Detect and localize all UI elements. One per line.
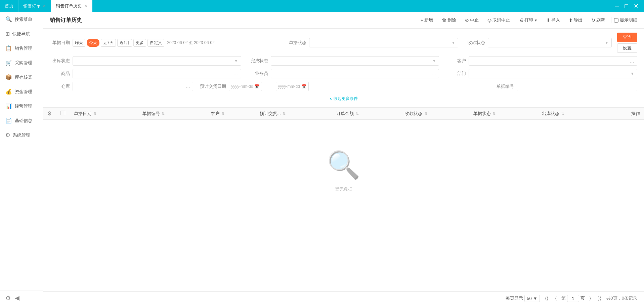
product-ellipsis[interactable]: ... — [233, 71, 238, 77]
prev-page-btn[interactable]: ⟨ — [552, 294, 560, 302]
import-label: 导入 — [551, 17, 560, 23]
minimize-btn[interactable]: ─ — [613, 3, 620, 10]
delivery-status-arrow: ▼ — [234, 59, 238, 63]
sidebar-settings-icon[interactable]: ⚙ — [5, 294, 11, 302]
date-more-btn[interactable]: 更多 — [133, 39, 146, 47]
payment-status-label: 收款状态 — [465, 40, 485, 46]
display-toggle-checkbox[interactable] — [614, 18, 618, 23]
sidebar-bottom: ⚙ ◀ — [0, 291, 43, 305]
export-button[interactable]: ⬆ 导出 — [565, 15, 586, 25]
sidebar-item-quick-nav[interactable]: ⊞ 快捷导航 — [0, 27, 43, 41]
tab-sales-order-history[interactable]: 销售订单历史 ✕ — [51, 0, 92, 12]
sidebar-item-sales[interactable]: 📋 销售管理 — [0, 41, 43, 55]
date-last1m-btn[interactable]: 近1月 — [117, 39, 132, 47]
tab-home[interactable]: 首页 — [0, 0, 18, 12]
date-filter-label: 单据日期 — [50, 40, 70, 46]
payment-status-arrow: ▼ — [605, 40, 609, 45]
th-settings: ⚙ — [43, 108, 56, 120]
salesperson-control[interactable]: ... — [271, 69, 439, 78]
th-amount: 订单金额 ⇅ — [332, 108, 401, 120]
table-settings-icon[interactable]: ⚙ — [47, 111, 52, 116]
date-today-btn[interactable]: 今天 — [87, 39, 99, 47]
th-expected-sort[interactable]: ⇅ — [283, 112, 286, 116]
filter-delivery-status: 出库状态 ▼ — [50, 56, 241, 66]
date-range-display: 2023-06-02 至 2023-06-02 — [167, 40, 214, 46]
date-last7-btn[interactable]: 近7天 — [101, 39, 116, 47]
settings-button[interactable]: 设置 — [617, 43, 637, 53]
expected-date-from[interactable]: yyyy-mm-dd 📅 — [229, 82, 262, 91]
th-customer-sort[interactable]: ⇅ — [221, 112, 224, 116]
sidebar-item-finance[interactable]: 💰 资金管理 — [0, 84, 43, 99]
salesperson-label: 业务员 — [248, 71, 268, 77]
stop-button[interactable]: ⊘ 中止 — [462, 15, 482, 25]
filter-row-4: 仓库 ... 预计交货日期 yyyy-mm-dd 📅 — yyyy-mm-dd … — [50, 82, 637, 91]
product-label: 商品 — [50, 71, 70, 77]
voucher-status-control[interactable]: ▼ — [309, 38, 459, 47]
sidebar-search[interactable]: 🔍 搜索菜单 — [0, 12, 43, 27]
product-control[interactable]: ... — [73, 69, 241, 78]
collapse-row: ∧ 收起更多条件 — [50, 94, 637, 103]
next-page-btn[interactable]: ⟩ — [586, 294, 594, 302]
sidebar-item-operation[interactable]: 📊 经营管理 — [0, 99, 43, 113]
warehouse-control[interactable]: ... — [73, 82, 193, 91]
payment-status-control[interactable]: ▼ — [488, 38, 612, 47]
refresh-label: 刷新 — [596, 17, 605, 23]
expected-date-to[interactable]: yyyy-mm-dd 📅 — [276, 82, 309, 91]
query-button[interactable]: 查询 — [617, 33, 637, 42]
maximize-btn[interactable]: □ — [623, 3, 630, 10]
sidebar-item-purchase[interactable]: 🛒 采购管理 — [0, 55, 43, 70]
department-control[interactable]: ▼ — [469, 69, 637, 78]
th-delivery-sort[interactable]: ⇅ — [561, 112, 564, 116]
th-payment-sort[interactable]: ⇅ — [424, 112, 427, 116]
th-delivery: 出库状态 ⇅ — [538, 108, 606, 120]
sidebar-search-label: 搜索菜单 — [15, 16, 32, 23]
tab-sales-order-history-close[interactable]: ✕ — [84, 4, 87, 8]
table-area: ⚙ 单据日期 ⇅ 单据编号 ⇅ — [43, 107, 644, 291]
sidebar-item-inventory[interactable]: 📦 库存核算 — [0, 70, 43, 84]
add-button[interactable]: + 新增 — [417, 15, 436, 25]
salesperson-ellipsis[interactable]: ... — [432, 71, 436, 77]
voucher-number-control[interactable] — [517, 82, 637, 91]
delete-button[interactable]: 🗑 删除 — [438, 15, 460, 25]
collapse-label: 收起更多条件 — [334, 96, 358, 102]
print-button[interactable]: 🖨 打印 ▼ — [515, 15, 541, 25]
toolbar: + 新增 🗑 删除 ⊘ 中止 ◎ 取消中止 🖨 打印 — [417, 15, 637, 25]
close-btn[interactable]: ✕ — [632, 2, 640, 10]
sidebar-collapse-icon[interactable]: ◀ — [15, 294, 19, 302]
date-custom-btn[interactable]: 自定义 — [147, 39, 164, 47]
expected-date-to-placeholder: yyyy-mm-dd — [278, 84, 300, 89]
collapse-button[interactable]: ∧ 收起更多条件 — [329, 94, 358, 103]
tab-sales-order[interactable]: 销售订单 ✕ — [18, 0, 51, 12]
date-yesterday-btn[interactable]: 昨天 — [73, 39, 85, 47]
warehouse-ellipsis[interactable]: ... — [186, 83, 190, 89]
calendar-from-icon[interactable]: 📅 — [255, 84, 260, 89]
select-all-checkbox[interactable] — [60, 111, 65, 115]
th-status-sort[interactable]: ⇅ — [492, 112, 496, 116]
customer-label: 客户 — [446, 58, 466, 64]
last-page-btn[interactable]: ⟩⟩ — [596, 294, 604, 302]
sidebar: 🔍 搜索菜单 ⊞ 快捷导航 📋 销售管理 🛒 采购管理 📦 库存核算 💰 资金管… — [0, 12, 43, 305]
customer-ellipsis[interactable]: ... — [630, 58, 634, 64]
th-number-label: 单据编号 — [142, 111, 160, 116]
first-page-btn[interactable]: ⟨⟨ — [543, 294, 551, 302]
completion-status-control[interactable]: ▼ — [271, 56, 439, 66]
refresh-button[interactable]: ↻ 刷新 — [588, 15, 608, 25]
sidebar-item-basic-info[interactable]: 📄 基础信息 — [0, 113, 43, 128]
tab-sales-order-close[interactable]: ✕ — [43, 4, 46, 8]
display-toggle[interactable]: 显示明细 — [614, 17, 637, 23]
th-number-sort[interactable]: ⇅ — [162, 112, 165, 116]
sidebar-item-system[interactable]: ⚙ 系统管理 — [0, 128, 43, 142]
import-button[interactable]: ⬇ 导入 — [543, 15, 563, 25]
th-amount-sort[interactable]: ⇅ — [356, 112, 359, 116]
cancel-stop-button[interactable]: ◎ 取消中止 — [484, 15, 513, 25]
page-size-box[interactable]: 50 ▼ — [524, 295, 540, 302]
th-delivery-label: 出库状态 — [542, 111, 559, 116]
calendar-to-icon[interactable]: 📅 — [301, 84, 306, 89]
customer-control[interactable]: ... — [469, 56, 637, 66]
th-date-sort[interactable]: ⇅ — [93, 112, 96, 116]
sidebar-item-quick-nav-label: 快捷导航 — [12, 31, 30, 37]
page-input[interactable] — [567, 295, 579, 302]
th-status-label: 单据状态 — [473, 111, 491, 116]
delivery-status-control[interactable]: ▼ — [73, 56, 241, 66]
pagination: ⟨⟨ ⟨ 第 页 ⟩ ⟩⟩ — [543, 294, 604, 302]
